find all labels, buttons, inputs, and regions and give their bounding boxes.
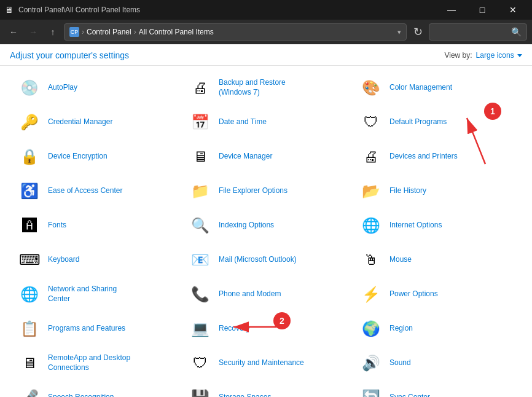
item-icon-default-programs: 🛡 (359, 110, 383, 135)
item-icon-color-management: 🎨 (359, 76, 383, 100)
item-power-options[interactable]: ⚡Power Options (351, 277, 522, 312)
item-fonts[interactable]: 🅰Fonts (10, 208, 181, 243)
item-label-mail: Mail (Microsoft Outlook) (219, 255, 297, 265)
item-icon-remoteapp: 🖥 (17, 351, 42, 375)
item-icon-security-maintenance: 🛡 (188, 351, 213, 375)
item-icon-keyboard: ⌨ (17, 248, 42, 272)
item-icon-speech-recognition: 🎤 (17, 385, 42, 397)
path-dropdown-arrow[interactable]: ▾ (397, 28, 401, 36)
search-box[interactable]: 🔍 (429, 23, 527, 41)
item-icon-mouse: 🖱 (359, 248, 383, 272)
annotation-badge-2: 2 (273, 312, 291, 329)
item-icon-autoplay: 💿 (17, 76, 42, 100)
view-by-control: View by: Large icons (444, 51, 522, 60)
item-icon-devices-printers: 🖨 (359, 144, 383, 169)
item-label-file-explorer-options: File Explorer Options (219, 186, 288, 196)
item-icon-mail: 📧 (188, 248, 213, 272)
item-indexing-options[interactable]: 🔍Indexing Options (181, 208, 351, 243)
item-label-sound: Sound (389, 358, 411, 368)
item-label-mouse: Mouse (389, 255, 412, 265)
item-icon-device-manager: 🖥 (188, 144, 213, 169)
item-label-speech-recognition: Speech Recognition (48, 393, 114, 397)
page-title: Adjust your computer's settings (10, 50, 129, 60)
item-label-keyboard: Keyboard (48, 255, 79, 265)
item-icon-device-encryption: 🔒 (17, 144, 42, 169)
item-file-history[interactable]: 📂File History (351, 174, 522, 208)
item-internet-options[interactable]: 🌐Internet Options (351, 208, 522, 243)
item-label-internet-options: Internet Options (389, 221, 442, 230)
item-label-default-programs: Default Programs (389, 117, 447, 127)
item-label-credential-manager: Credential Manager (48, 117, 112, 127)
item-sync-center[interactable]: 🔄Sync Center (351, 380, 522, 397)
refresh-button[interactable]: ↻ (409, 23, 426, 41)
item-mouse[interactable]: 🖱Mouse (351, 243, 522, 277)
maximize-button[interactable]: □ (468, 0, 496, 20)
title-bar-title: Control Panel\All Control Panel Items (18, 6, 432, 14)
item-ease-of-access[interactable]: ♿Ease of Access Center (10, 174, 181, 208)
item-remoteapp[interactable]: 🖥RemoteApp and Desktop Connections (10, 346, 181, 380)
item-label-file-history: File History (389, 186, 426, 196)
up-button[interactable]: ↑ (44, 23, 61, 41)
close-button[interactable]: ✕ (499, 0, 527, 20)
path-all-items[interactable]: All Control Panel Items (139, 28, 214, 36)
item-backup-restore[interactable]: 🖨Backup and Restore (Windows 7) (181, 71, 351, 105)
item-security-maintenance[interactable]: 🛡Security and Maintenance (181, 346, 351, 380)
item-label-remoteapp: RemoteApp and Desktop Connections (48, 353, 130, 372)
back-button[interactable]: ← (5, 23, 22, 41)
content-header: Adjust your computer's settings View by:… (0, 44, 532, 66)
item-recovery[interactable]: 💻Recovery (181, 312, 351, 346)
item-device-manager[interactable]: 🖥Device Manager (181, 140, 351, 174)
item-icon-fonts: 🅰 (17, 213, 42, 238)
item-label-autoplay: AutoPlay (48, 83, 77, 93)
item-phone-modem[interactable]: 📞Phone and Modem (181, 277, 351, 312)
path-icon: CP (69, 27, 79, 37)
view-by-dropdown-icon (517, 54, 522, 57)
item-storage-spaces[interactable]: 💾Storage Spaces (181, 380, 351, 397)
address-bar: ← → ↑ CP › Control Panel › All Control P… (0, 20, 532, 44)
item-region[interactable]: 🌍Region (351, 312, 522, 346)
item-network-sharing[interactable]: 🌐Network and Sharing Center (10, 277, 181, 312)
item-icon-network-sharing: 🌐 (17, 282, 42, 307)
title-bar-icon: 🖥 (5, 5, 14, 15)
item-icon-credential-manager: 🔑 (17, 110, 42, 135)
item-speech-recognition[interactable]: 🎤Speech Recognition (10, 380, 181, 397)
items-grid: 💿AutoPlay🖨Backup and Restore (Windows 7)… (10, 71, 522, 397)
item-date-time[interactable]: 📅Date and Time (181, 105, 351, 140)
item-autoplay[interactable]: 💿AutoPlay (10, 71, 181, 105)
item-label-indexing-options: Indexing Options (219, 221, 274, 230)
item-icon-sound: 🔊 (359, 351, 383, 375)
search-icon: 🔍 (511, 27, 522, 37)
item-icon-date-time: 📅 (188, 110, 213, 135)
item-label-backup-restore: Backup and Restore (Windows 7) (219, 78, 286, 97)
path-control-panel[interactable]: Control Panel (87, 28, 131, 36)
item-sound[interactable]: 🔊Sound (351, 346, 522, 380)
title-bar: 🖥 Control Panel\All Control Panel Items … (0, 0, 532, 20)
item-icon-region: 🌍 (359, 316, 383, 341)
item-icon-indexing-options: 🔍 (188, 213, 213, 238)
minimize-button[interactable]: — (437, 0, 466, 20)
forward-button[interactable]: → (25, 23, 42, 41)
item-icon-internet-options: 🌐 (359, 213, 383, 238)
item-icon-programs-features: 📋 (17, 316, 42, 341)
main-content: Adjust your computer's settings View by:… (0, 44, 532, 397)
item-icon-storage-spaces: 💾 (188, 385, 213, 397)
item-programs-features[interactable]: 📋Programs and Features (10, 312, 181, 346)
item-label-devices-printers: Devices and Printers (389, 152, 458, 162)
item-label-region: Region (389, 324, 413, 334)
view-by-label: View by: (444, 51, 472, 60)
item-file-explorer-options[interactable]: 📁File Explorer Options (181, 174, 351, 208)
item-label-device-manager: Device Manager (219, 152, 272, 162)
item-device-encryption[interactable]: 🔒Device Encryption (10, 140, 181, 174)
view-by-value[interactable]: Large icons (476, 51, 522, 60)
item-label-power-options: Power Options (389, 289, 438, 299)
search-input[interactable] (434, 28, 509, 36)
item-label-ease-of-access: Ease of Access Center (48, 186, 122, 196)
item-devices-printers[interactable]: 🖨Devices and Printers (351, 140, 522, 174)
address-path[interactable]: CP › Control Panel › All Control Panel I… (64, 23, 407, 41)
item-label-date-time: Date and Time (219, 117, 267, 127)
item-color-management[interactable]: 🎨Color Management (351, 71, 522, 105)
item-label-color-management: Color Management (389, 83, 452, 93)
item-keyboard[interactable]: ⌨Keyboard (10, 243, 181, 277)
item-mail[interactable]: 📧Mail (Microsoft Outlook) (181, 243, 351, 277)
item-credential-manager[interactable]: 🔑Credential Manager (10, 105, 181, 140)
